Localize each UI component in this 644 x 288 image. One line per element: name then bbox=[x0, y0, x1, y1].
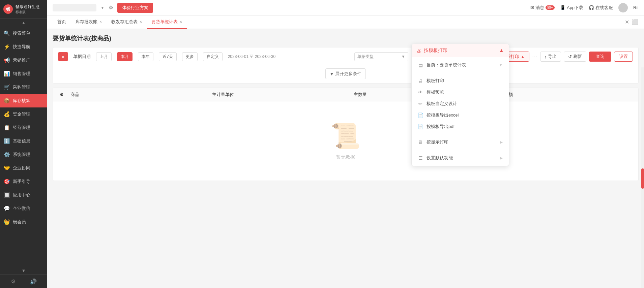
dropdown-collapse-btn[interactable]: ▲ bbox=[499, 47, 504, 54]
dropdown-item-template-print[interactable]: 🖨 模板打印 bbox=[412, 75, 509, 87]
query-btn[interactable]: 查询 bbox=[589, 52, 611, 62]
online-support-btn[interactable]: 🎧 在线客服 bbox=[589, 5, 613, 11]
tab-close-batch-account[interactable]: × bbox=[99, 20, 102, 24]
tab-order-stats[interactable]: 要货单统计表 × bbox=[147, 15, 187, 29]
tab-close-order-stats[interactable]: × bbox=[180, 20, 182, 24]
export-icon: ↑ bbox=[545, 54, 547, 59]
col-unit: 主计量单位 bbox=[209, 92, 351, 98]
filter-row: « 单据日期 上月 本月 本年 近7天 更多 自定义 2023-06-01 至 … bbox=[58, 52, 633, 62]
sidebar-item-finance[interactable]: 💰 资金管理 bbox=[0, 107, 47, 121]
sidebar-item-quick-nav[interactable]: ⚡ 快捷导航 bbox=[0, 40, 47, 54]
dropdown-item-export-pdf[interactable]: 📄 按模板导出pdf bbox=[412, 121, 509, 132]
dropdown-default-func-section: ☰ 设置默认功能 ▶ bbox=[412, 150, 509, 166]
message-icon: ✉ bbox=[530, 5, 534, 10]
content-area: 要货单统计表(按商品) « 单据日期 上月 本月 本年 近7天 更多 自定义 2… bbox=[47, 29, 644, 288]
sidebar-nav: 🔍 搜索菜单 ⚡ 快捷导航 📢 营销推广 📊 销售管理 🛒 采购管理 📦 库存核… bbox=[0, 27, 47, 267]
date-btn-custom[interactable]: 自定义 bbox=[203, 52, 223, 61]
sidebar-item-marketing[interactable]: 📢 营销推广 bbox=[0, 54, 47, 67]
current-item-icon: ▤ bbox=[418, 62, 423, 68]
sidebar-item-inventory[interactable]: 📦 库存核算 bbox=[0, 94, 47, 107]
sidebar-item-enterprise[interactable]: 🤝 企业协同 bbox=[0, 161, 47, 175]
col-settings[interactable]: ⚙ bbox=[57, 92, 68, 97]
settings-btn[interactable]: 设置 bbox=[614, 52, 633, 62]
default-func-icon: ☰ bbox=[418, 155, 423, 161]
scrollbar-thumb bbox=[641, 168, 644, 189]
date-btn-7days[interactable]: 近7天 bbox=[159, 52, 177, 61]
sidebar-item-system[interactable]: ⚙️ 系统管理 bbox=[0, 148, 47, 161]
date-btn-this-month[interactable]: 本月 bbox=[117, 52, 133, 61]
export-btn[interactable]: ↑ 导出 bbox=[540, 52, 561, 62]
sidebar-item-apps[interactable]: 🔲 应用中心 bbox=[0, 188, 47, 202]
avatar[interactable] bbox=[618, 3, 628, 12]
sidebar-item-operations[interactable]: 📋 经营管理 bbox=[0, 121, 47, 134]
search-wrap[interactable] bbox=[53, 4, 96, 11]
date-btn-more[interactable]: 更多 bbox=[182, 52, 198, 61]
table-header: ⚙ 商品 主计量单位 主数量 零售金额 bbox=[53, 88, 638, 101]
date-btn-last-month[interactable]: 上月 bbox=[96, 52, 112, 61]
dropdown-header[interactable]: 🖨 按模板打印 ▲ bbox=[412, 44, 509, 57]
col-amount: 零售金额 bbox=[493, 92, 634, 98]
dropdown-print-icon: 🖨 bbox=[416, 48, 421, 53]
inventory-icon: 📦 bbox=[3, 97, 10, 104]
topbar: ▼ ⚙ 体验行业方案 ✉ 消息 99+ 📱 App下载 🎧 在线客服 Rit bbox=[47, 0, 644, 15]
member-icon: 👑 bbox=[3, 219, 10, 225]
sidebar-item-sales[interactable]: 📊 销售管理 bbox=[0, 67, 47, 81]
operations-icon: 📋 bbox=[3, 124, 10, 131]
expand-more-icon: ▼ bbox=[330, 71, 334, 76]
sidebar-item-search[interactable]: 🔍 搜索菜单 bbox=[0, 27, 47, 40]
username: Rit bbox=[633, 5, 639, 10]
default-func-chevron: ▶ bbox=[500, 156, 503, 160]
sidebar-item-purchase[interactable]: 🛒 采购管理 bbox=[0, 81, 47, 94]
toolbar-more-icon[interactable]: ⋯ bbox=[532, 54, 537, 60]
dropdown-display-print[interactable]: 🖥 按显示打印 ▶ bbox=[412, 136, 509, 148]
dropdown-item-template-preview[interactable]: 👁 模板预览 bbox=[412, 87, 509, 98]
topbar-gear-icon[interactable]: ⚙ bbox=[109, 4, 113, 11]
enterprise-icon: 🤝 bbox=[3, 165, 10, 171]
filter-expand-btn[interactable]: « bbox=[58, 52, 68, 61]
sidebar-item-basic[interactable]: ℹ️ 基础信息 bbox=[0, 134, 47, 148]
settings-icon[interactable]: ⚙ bbox=[11, 278, 16, 285]
dropdown-current-section: ▤ 当前：要货单统计表 ▼ bbox=[412, 57, 509, 73]
tab-home[interactable]: 首页 bbox=[53, 15, 71, 29]
right-scrollbar[interactable] bbox=[641, 67, 644, 288]
expand-more-btn[interactable]: ▼ 展开更多条件 bbox=[325, 68, 366, 79]
wechat-icon: 💬 bbox=[3, 205, 10, 212]
sound-icon[interactable]: 🔊 bbox=[30, 278, 37, 285]
dropdown-default-func[interactable]: ☰ 设置默认功能 ▶ bbox=[412, 152, 509, 164]
search-dropdown-chevron[interactable]: ▼ bbox=[100, 5, 105, 10]
refresh-btn[interactable]: ↺ 刷新 bbox=[564, 52, 586, 62]
tab-batch-account[interactable]: 库存批次账 × bbox=[71, 15, 107, 29]
dropdown-display-print-section: 🖥 按显示打印 ▶ bbox=[412, 134, 509, 150]
export-excel-icon: 📄 bbox=[418, 113, 423, 118]
dropdown-current-item[interactable]: ▤ 当前：要货单统计表 ▼ bbox=[412, 59, 509, 71]
logo-icon: 畅 bbox=[3, 4, 13, 14]
sidebar-item-wechat[interactable]: 💬 企业微信 bbox=[0, 202, 47, 215]
window-max-btn[interactable]: ⬜ bbox=[632, 19, 639, 25]
empty-text: 暂无数据 bbox=[336, 154, 355, 160]
sales-icon: 📊 bbox=[3, 70, 10, 77]
sidebar-scroll-up[interactable]: ▲ bbox=[0, 19, 47, 27]
dropdown-item-template-design[interactable]: ✏ 模板自定义设计 bbox=[412, 98, 509, 109]
purchase-icon: 🛒 bbox=[3, 84, 10, 91]
system-icon: ⚙️ bbox=[3, 151, 10, 158]
print-chevron-up: ▲ bbox=[521, 54, 525, 59]
sidebar-item-guide[interactable]: 🎯 新手引导 bbox=[0, 175, 47, 188]
empty-icon: 📜 bbox=[330, 122, 361, 150]
window-close-btn[interactable]: ✕ bbox=[625, 19, 629, 25]
sidebar-item-member[interactable]: 👑 畅会员 bbox=[0, 215, 47, 229]
filter-panel: « 单据日期 上月 本月 本年 近7天 更多 自定义 2023-06-01 至 … bbox=[53, 47, 639, 84]
sidebar-scroll-down[interactable]: ▼ bbox=[0, 267, 47, 275]
dropdown-item-export-excel[interactable]: 📄 按模板导出excel bbox=[412, 109, 509, 121]
quick-nav-icon: ⚡ bbox=[3, 43, 10, 50]
search-input[interactable] bbox=[55, 5, 94, 10]
date-btn-this-year[interactable]: 本年 bbox=[138, 52, 153, 61]
print-dropdown: 🖨 按模板打印 ▲ ▤ 当前：要货单统计表 ▼ 🖨 模板打印 👁 模板预览 bbox=[411, 44, 509, 166]
order-type-select[interactable]: 单据类型 ▼ bbox=[354, 52, 408, 61]
message-btn[interactable]: ✉ 消息 99+ bbox=[530, 5, 555, 11]
trial-btn[interactable]: 体验行业方案 bbox=[117, 3, 153, 13]
tab-collection-summary[interactable]: 收发存汇总表 × bbox=[107, 15, 147, 29]
app-download-btn[interactable]: 📱 App下载 bbox=[560, 5, 583, 11]
export-pdf-icon: 📄 bbox=[418, 124, 423, 129]
sidebar-footer: ⚙ 🔊 bbox=[0, 275, 47, 288]
tab-close-collection-summary[interactable]: × bbox=[140, 20, 142, 24]
